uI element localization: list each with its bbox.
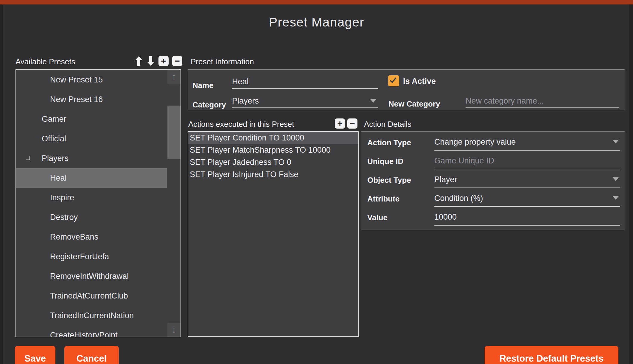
chevron-down-icon <box>613 177 619 181</box>
preset-item[interactable]: Players <box>16 149 167 168</box>
move-up-button[interactable] <box>135 56 143 66</box>
minus-icon: − <box>175 57 180 65</box>
preset-item[interactable]: TrainedAtCurrentClub <box>16 286 167 306</box>
action-item-label: SET Player Condition TO 10000 <box>190 133 304 142</box>
checkmark-icon <box>390 76 396 83</box>
field-value: Condition (%) <box>434 194 483 203</box>
scroll-thumb[interactable] <box>167 106 181 159</box>
name-input[interactable]: Heal <box>232 76 378 89</box>
name-label: Name <box>192 81 214 90</box>
preset-information-header: Preset Information <box>191 57 254 66</box>
scrollbar[interactable]: ↑ ↓ <box>167 70 181 337</box>
preset-item[interactable]: RemoveBans <box>16 227 167 247</box>
preset-item-label: Players <box>42 154 69 163</box>
preset-item-label: Official <box>42 134 66 143</box>
preset-item[interactable]: New Preset 16 <box>16 90 167 109</box>
field-label: Object Type <box>367 176 411 185</box>
remove-action-button[interactable]: − <box>347 118 357 129</box>
window-titlebar <box>0 0 633 4</box>
chevron-down-icon <box>370 99 376 103</box>
available-presets-list[interactable]: New Preset 15New Preset 16GamerOfficialP… <box>15 69 181 337</box>
field-label: Unique ID <box>367 157 403 166</box>
chevron-down-icon <box>613 140 619 143</box>
plus-icon: + <box>337 119 343 128</box>
available-presets-header: Available Presets <box>15 57 75 66</box>
preset-item[interactable]: Destroy <box>16 207 167 227</box>
preset-item[interactable]: RemoveIntWithdrawal <box>16 266 167 286</box>
category-label: Category <box>192 100 226 110</box>
move-down-button[interactable] <box>147 56 155 66</box>
preset-item-label: Destroy <box>50 213 78 222</box>
preset-item-label: RemoveIntWithdrawal <box>50 272 129 281</box>
action-items: SET Player Condition TO 10000SET Player … <box>188 132 358 181</box>
preset-item-label: CreateHistoryPoint <box>50 331 118 337</box>
preset-item-label: RegisterForUefa <box>50 252 109 261</box>
action-detail-row: Object TypePlayer <box>367 173 620 189</box>
field-value: Game Unique ID <box>434 156 494 165</box>
dropdown-field[interactable]: Player <box>434 173 620 188</box>
dropdown-field[interactable]: Condition (%) <box>434 191 620 207</box>
preset-item-label: RemoveBans <box>50 232 98 241</box>
name-value: Heal <box>232 77 249 86</box>
is-active-label: Is Active <box>403 77 436 86</box>
category-dropdown[interactable]: Players <box>232 95 378 108</box>
preset-information-panel: Name Heal Is Active Category Players New… <box>188 69 625 110</box>
preset-item[interactable]: Inspire <box>16 188 167 207</box>
window-edge-left <box>0 4 3 364</box>
text-field[interactable]: Game Unique ID <box>434 154 620 169</box>
action-details-header: Action Details <box>364 120 411 129</box>
new-category-input[interactable]: New category name... <box>466 95 619 108</box>
preset-item-label: New Preset 15 <box>50 75 103 84</box>
action-detail-row: Value10000 <box>367 210 620 227</box>
arrow-down-icon <box>147 56 155 66</box>
expander-icon[interactable] <box>26 156 30 160</box>
preset-item-label: TrainedInCurrentNation <box>50 311 134 320</box>
action-item-label: SET Player IsInjured TO False <box>190 170 298 179</box>
add-preset-button[interactable]: + <box>158 56 169 66</box>
field-value: Player <box>434 175 457 184</box>
new-category-label: New Category <box>388 99 440 109</box>
preset-item[interactable]: CreateHistoryPoint <box>16 325 167 337</box>
field-value: Change property value <box>434 138 516 146</box>
scroll-down-button[interactable]: ↓ <box>167 323 181 337</box>
actions-toolbar: + − <box>335 118 357 129</box>
field-label: Attribute <box>367 194 399 204</box>
remove-preset-button[interactable]: − <box>172 56 182 66</box>
action-item-label: SET Player MatchSharpness TO 10000 <box>190 146 331 154</box>
action-item[interactable]: SET Player Jadedness TO 0 <box>188 156 358 168</box>
plus-icon: + <box>161 57 166 65</box>
action-detail-row: AttributeCondition (%) <box>367 191 620 208</box>
field-value: 10000 <box>434 213 457 221</box>
preset-item-label: Heal <box>50 174 67 182</box>
window-edge-right <box>629 4 633 364</box>
field-label: Action Type <box>367 138 411 147</box>
text-field[interactable]: 10000 <box>434 210 620 226</box>
preset-item[interactable]: Heal <box>16 168 167 188</box>
action-item[interactable]: SET Player MatchSharpness TO 10000 <box>188 144 358 156</box>
chevron-down-icon <box>613 196 619 200</box>
arrow-up-icon <box>135 56 143 66</box>
preset-items: New Preset 15New Preset 16GamerOfficialP… <box>16 70 181 337</box>
actions-header: Actions executed in this Preset <box>188 120 294 129</box>
is-active-checkbox[interactable] <box>388 75 399 86</box>
new-category-placeholder: New category name... <box>466 96 544 105</box>
preset-item[interactable]: Official <box>16 129 167 149</box>
add-action-button[interactable]: + <box>335 118 345 129</box>
preset-item[interactable]: RegisterForUefa <box>16 247 167 266</box>
minus-icon: − <box>350 119 355 128</box>
actions-list[interactable]: SET Player Condition TO 10000SET Player … <box>188 131 359 337</box>
preset-manager-window: Preset Manager Available Presets + − New… <box>0 0 633 364</box>
restore-default-presets-button[interactable]: Restore Default Presets <box>485 346 618 364</box>
preset-item[interactable]: New Preset 15 <box>16 70 167 90</box>
scroll-up-button[interactable]: ↑ <box>167 70 181 84</box>
field-label: Value <box>367 213 388 222</box>
cancel-button[interactable]: Cancel <box>64 346 119 364</box>
action-item[interactable]: SET Player IsInjured TO False <box>188 168 358 181</box>
dropdown-field[interactable]: Change property value <box>434 135 620 151</box>
preset-item[interactable]: TrainedInCurrentNation <box>16 306 167 325</box>
page-title: Preset Manager <box>0 15 633 29</box>
action-item[interactable]: SET Player Condition TO 10000 <box>188 132 358 144</box>
save-button[interactable]: Save <box>15 346 55 364</box>
action-item-label: SET Player Jadedness TO 0 <box>190 158 291 167</box>
preset-item[interactable]: Gamer <box>16 109 167 129</box>
